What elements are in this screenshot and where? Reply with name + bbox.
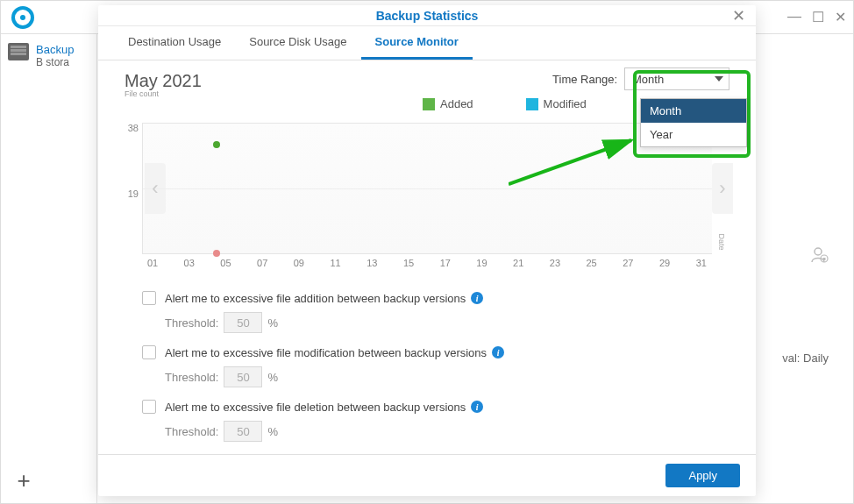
alert-label: Alert me to excessive file deletion betw… bbox=[165, 401, 466, 414]
task-name: Backup bbox=[36, 43, 74, 56]
app-icon bbox=[11, 6, 34, 29]
info-icon[interactable]: i bbox=[471, 292, 483, 304]
alert-row: Alert me to excessive file deletion betw… bbox=[142, 400, 729, 414]
svg-rect-2 bbox=[823, 258, 826, 260]
threshold-addition-input[interactable] bbox=[224, 312, 262, 333]
legend-label-modified: Modified bbox=[544, 97, 587, 110]
alert-row: Alert me to excessive file addition betw… bbox=[142, 291, 729, 305]
alert-deletion-checkbox[interactable] bbox=[142, 400, 156, 414]
dropdown-option-month[interactable]: Month bbox=[641, 99, 746, 123]
modified-swatch bbox=[526, 98, 538, 110]
percent-label: % bbox=[267, 425, 278, 438]
background-sidebar: Backup B stora + bbox=[1, 34, 97, 503]
threshold-label: Threshold: bbox=[165, 425, 218, 438]
alert-label: Alert me to excessive file addition betw… bbox=[165, 292, 466, 305]
apply-button[interactable]: Apply bbox=[665, 464, 740, 487]
time-range-select[interactable]: Month bbox=[624, 67, 729, 90]
y-tick: 38 bbox=[121, 123, 139, 133]
percent-label: % bbox=[267, 316, 278, 330]
threshold-label: Threshold: bbox=[165, 316, 218, 330]
x-axis-ticks: 01030507091113151719212325272931 bbox=[142, 254, 712, 268]
alert-row: Alert me to excessive file modification … bbox=[142, 345, 729, 359]
backup-task-item[interactable]: Backup B stora bbox=[1, 34, 96, 77]
alert-addition-checkbox[interactable] bbox=[142, 291, 156, 305]
legend-item-modified: Modified bbox=[526, 97, 587, 110]
chart-area: ‹ › Date bbox=[142, 123, 712, 254]
time-range-value: Month bbox=[632, 73, 664, 86]
chart-title: May 2021 bbox=[125, 71, 202, 91]
threshold-deletion-input[interactable] bbox=[224, 421, 262, 442]
legend-label-added: Added bbox=[440, 97, 473, 110]
x-axis-label: Date bbox=[716, 233, 725, 250]
lock-user-icon[interactable] bbox=[811, 246, 829, 268]
info-icon[interactable]: i bbox=[471, 401, 483, 413]
alert-label: Alert me to excessive file modification … bbox=[165, 346, 487, 359]
chart-prev-button[interactable]: ‹ bbox=[145, 163, 166, 214]
legend-item-added: Added bbox=[423, 97, 473, 110]
chart-next-button[interactable]: › bbox=[712, 163, 733, 214]
svg-point-0 bbox=[815, 248, 822, 255]
data-point-deleted[interactable] bbox=[213, 250, 220, 257]
minimize-icon[interactable]: — bbox=[787, 9, 801, 25]
add-task-button[interactable]: + bbox=[8, 465, 39, 496]
tab-source-disk-usage[interactable]: Source Disk Usage bbox=[235, 26, 360, 60]
maximize-icon[interactable]: ☐ bbox=[812, 9, 824, 25]
alert-modification-checkbox[interactable] bbox=[142, 345, 156, 359]
task-desc: B stora bbox=[36, 56, 74, 68]
close-bg-icon[interactable]: ✕ bbox=[835, 9, 846, 25]
dropdown-option-year[interactable]: Year bbox=[641, 123, 746, 146]
alerts-section: Alert me to excessive file addition betw… bbox=[142, 291, 729, 442]
added-swatch bbox=[423, 98, 435, 110]
tab-destination-usage[interactable]: Destination Usage bbox=[114, 26, 235, 60]
close-icon[interactable]: ✕ bbox=[732, 6, 745, 25]
backup-statistics-modal: Backup Statistics ✕ Destination Usage So… bbox=[98, 5, 756, 496]
info-icon[interactable]: i bbox=[492, 346, 504, 358]
threshold-modification-input[interactable] bbox=[224, 366, 262, 387]
modal-header: Backup Statistics ✕ bbox=[98, 5, 756, 26]
threshold-label: Threshold: bbox=[165, 371, 218, 384]
y-tick: 19 bbox=[121, 188, 139, 199]
chart-legend: Added Modified bbox=[423, 97, 587, 110]
chevron-down-icon bbox=[715, 76, 723, 82]
data-point-added[interactable] bbox=[213, 141, 220, 148]
percent-label: % bbox=[267, 371, 278, 384]
modal-tabs: Destination Usage Source Disk Usage Sour… bbox=[98, 26, 756, 60]
time-range-label: Time Range: bbox=[552, 73, 617, 86]
interval-text: val: Daily bbox=[782, 351, 829, 365]
modal-title: Backup Statistics bbox=[376, 9, 479, 23]
y-axis: 38 19 bbox=[121, 123, 139, 254]
server-icon bbox=[8, 43, 29, 60]
time-range-dropdown: Month Year bbox=[640, 98, 747, 147]
tab-source-monitor[interactable]: Source Monitor bbox=[361, 26, 473, 60]
